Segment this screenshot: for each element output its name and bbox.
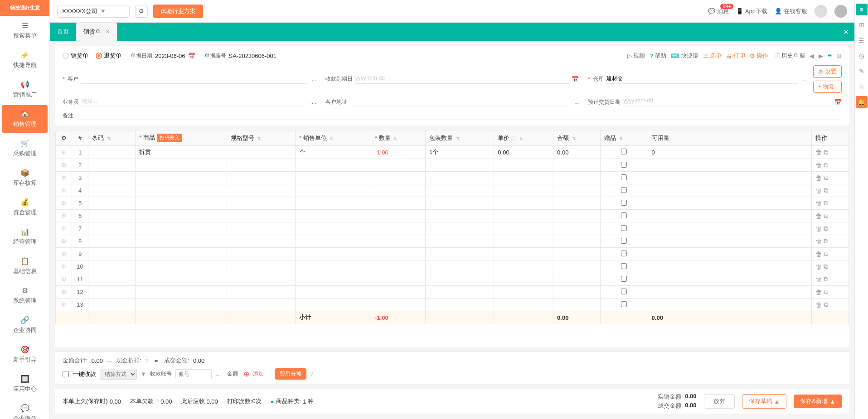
row-settings-1[interactable]: ⚙ xyxy=(56,159,72,172)
row-gift-9[interactable] xyxy=(601,260,648,273)
address-ellipsis[interactable]: ... xyxy=(574,99,579,105)
sidebar-item-shortcut[interactable]: ⚡ 快捷导航 xyxy=(2,46,48,74)
video-btn[interactable]: ▷ 视频 xyxy=(627,52,645,60)
row-settings-6[interactable]: ⚙ xyxy=(56,222,72,235)
row-quantity-5[interactable] xyxy=(371,210,426,222)
copy-icon-10[interactable]: ⧉ xyxy=(824,275,828,283)
row-unit-12[interactable] xyxy=(296,299,371,311)
row-unit-0[interactable]: 个 xyxy=(296,146,371,159)
row-unit-price-3[interactable] xyxy=(494,184,553,197)
rp-grid-icon[interactable]: ⊞ xyxy=(856,19,868,31)
order-no-value[interactable]: SA-20230606-001 xyxy=(229,53,277,59)
sidebar-item-sales[interactable]: 🏠 销售管理 xyxy=(2,105,48,133)
row-product-10[interactable] xyxy=(136,273,227,286)
next-icon[interactable]: ▶ xyxy=(819,53,823,59)
row-settings-2[interactable]: ⚙ xyxy=(56,172,72,184)
row-amount-5[interactable] xyxy=(553,210,601,222)
sidebar-item-search[interactable]: ☰ 搜索菜单 xyxy=(2,17,48,44)
row-pkg-qty-3[interactable] xyxy=(426,184,494,197)
row-unit-price-9[interactable] xyxy=(494,260,553,273)
row-spec-6[interactable] xyxy=(227,222,295,235)
logistics-btn[interactable]: + 物流 xyxy=(813,81,842,93)
row-settings-10[interactable]: ⚙ xyxy=(56,273,72,286)
view-grid-icon[interactable]: ⊞ xyxy=(836,52,842,59)
customer-input[interactable] xyxy=(81,75,307,84)
sidebar-item-inventory[interactable]: 📦 库存核算 xyxy=(2,164,48,192)
ops-btn[interactable]: ⚙ 操作 xyxy=(750,52,768,60)
sidebar-item-system[interactable]: ⚙ 系统管理 xyxy=(2,282,48,309)
salesman-ellipsis[interactable]: ... xyxy=(312,99,316,105)
row-quantity-12[interactable] xyxy=(371,299,426,311)
row-barcode-1[interactable] xyxy=(88,159,136,172)
copy-icon-4[interactable]: ⧉ xyxy=(824,199,828,207)
row-unit-1[interactable] xyxy=(296,159,371,172)
row-unit-6[interactable] xyxy=(296,222,371,235)
online-service-item[interactable]: 👤 在线客服 xyxy=(775,7,807,15)
row-spec-12[interactable] xyxy=(227,299,295,311)
row-settings-7[interactable]: ⚙ xyxy=(56,235,72,248)
gift-sort-icon[interactable]: ⇅ xyxy=(619,136,623,141)
row-amount-12[interactable] xyxy=(553,299,601,311)
row-barcode-0[interactable] xyxy=(88,146,136,159)
row-quantity-11[interactable] xyxy=(371,286,426,299)
delete-icon-11[interactable]: 🗑 xyxy=(815,289,822,296)
user-avatar-2[interactable] xyxy=(834,5,847,18)
row-unit-price-7[interactable] xyxy=(494,235,553,248)
delete-icon-8[interactable]: 🗑 xyxy=(815,250,822,258)
settings-button[interactable]: ⚙ xyxy=(135,5,148,18)
row-spec-0[interactable] xyxy=(227,146,295,159)
row-gift-10[interactable] xyxy=(601,273,648,286)
row-pkg-qty-11[interactable] xyxy=(426,286,494,299)
rp-list-icon[interactable]: ☰ xyxy=(856,34,868,46)
row-settings-8[interactable]: ⚙ xyxy=(56,248,72,260)
row-spec-3[interactable] xyxy=(227,184,295,197)
row-unit-price-0[interactable]: 0.00 xyxy=(494,146,553,159)
delete-icon-3[interactable]: 🗑 xyxy=(815,187,822,194)
row-pkg-qty-7[interactable] xyxy=(426,235,494,248)
add-button[interactable]: ⊕ xyxy=(243,370,249,378)
row-quantity-0[interactable]: -1.00 xyxy=(371,146,426,159)
row-settings-12[interactable]: ⚙ xyxy=(56,299,72,311)
row-spec-11[interactable] xyxy=(227,286,295,299)
close-window-icon[interactable]: ✕ xyxy=(843,28,854,36)
date-value[interactable]: 2023-06-06 xyxy=(155,53,185,59)
history-btn[interactable]: 📄 历史单据 xyxy=(773,52,805,60)
row-product-3[interactable] xyxy=(136,184,227,197)
copy-icon-3[interactable]: ⧉ xyxy=(824,187,828,194)
row-gift-0[interactable] xyxy=(601,146,648,159)
sidebar-item-finance[interactable]: 💰 资金管理 xyxy=(2,193,48,221)
view-list-icon[interactable]: ≡ xyxy=(828,52,832,60)
delete-icon-9[interactable]: 🗑 xyxy=(815,263,822,270)
row-settings-5[interactable]: ⚙ xyxy=(56,210,72,222)
row-pkg-qty-9[interactable] xyxy=(426,260,494,273)
help-circle-icon[interactable]: ? xyxy=(310,371,313,377)
copy-icon-11[interactable]: ⧉ xyxy=(824,288,828,296)
copy-icon-2[interactable]: ⧉ xyxy=(824,174,828,182)
print-btn[interactable]: 🖨 打印 xyxy=(726,52,745,60)
row-gift-11[interactable] xyxy=(601,286,648,299)
rp-table-icon[interactable]: ≡ xyxy=(856,4,868,15)
row-gift-7[interactable] xyxy=(601,235,648,248)
warehouse-ellipsis[interactable]: ... xyxy=(802,76,807,82)
row-gift-12[interactable] xyxy=(601,299,648,311)
row-pkg-qty-0[interactable]: 1个 xyxy=(426,146,494,159)
row-unit-price-11[interactable] xyxy=(494,286,553,299)
expense-split-btn[interactable]: 费用分摊 xyxy=(275,368,306,380)
row-barcode-8[interactable] xyxy=(88,248,136,260)
row-spec-4[interactable] xyxy=(227,197,295,210)
row-settings-9[interactable]: ⚙ xyxy=(56,260,72,273)
row-product-8[interactable] xyxy=(136,248,227,260)
select-btn[interactable]: ☰ 选单 xyxy=(703,52,722,60)
row-gift-6[interactable] xyxy=(601,222,648,235)
expected-date-calendar-icon[interactable]: 📅 xyxy=(834,99,842,106)
row-quantity-8[interactable] xyxy=(371,248,426,260)
row-barcode-5[interactable] xyxy=(88,210,136,222)
calendar-icon[interactable]: 📅 xyxy=(188,53,195,59)
row-unit-9[interactable] xyxy=(296,260,371,273)
customer-ellipsis[interactable]: ... xyxy=(312,76,316,82)
row-product-11[interactable] xyxy=(136,286,227,299)
delete-icon-1[interactable]: 🗑 xyxy=(815,162,822,169)
row-spec-1[interactable] xyxy=(227,159,295,172)
row-unit-price-1[interactable] xyxy=(494,159,553,172)
copy-icon-12[interactable]: ⧉ xyxy=(824,301,828,308)
